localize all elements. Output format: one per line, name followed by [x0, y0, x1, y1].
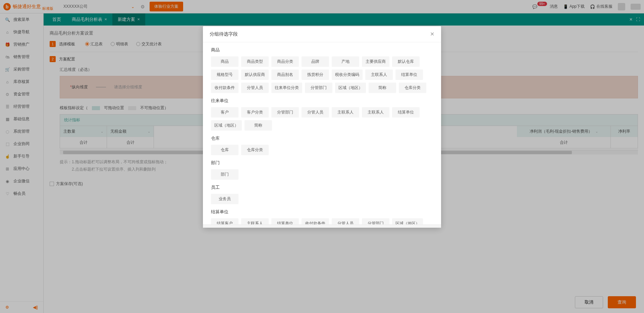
field-tag[interactable]: 规格型号: [211, 70, 238, 80]
group-title: 商品: [211, 47, 433, 53]
field-tag[interactable]: 仓库分类: [241, 145, 269, 155]
field-tag[interactable]: 简称: [245, 120, 272, 131]
field-tag[interactable]: 客户分类: [241, 107, 269, 118]
field-tag[interactable]: 区域（地区）: [392, 218, 423, 224]
field-tag[interactable]: 主联系人: [241, 218, 269, 224]
field-tag[interactable]: 默认供应商: [241, 70, 269, 80]
field-tag[interactable]: 主联系人: [332, 107, 359, 118]
field-tag[interactable]: 结算单位: [395, 70, 423, 80]
group-title: 结算单位: [211, 209, 433, 215]
field-tag[interactable]: 仓库: [211, 145, 238, 155]
field-tag[interactable]: 主要供应商: [362, 56, 389, 67]
modal-close-icon[interactable]: ✕: [430, 31, 434, 37]
field-tag[interactable]: 主联系人: [362, 107, 389, 118]
field-select-modal: 分组待选字段 ✕ 商品商品商品类型商品分类品牌产地主要供应商默认仓库规格型号默认…: [203, 26, 441, 228]
group-title: 往来单位: [211, 98, 433, 104]
field-group: 结算单位结算客户主联系人结算单位收付款条件分管人员分管部门区域（地区）简称: [211, 209, 433, 224]
modal-header: 分组待选字段 ✕: [203, 26, 441, 42]
field-tag[interactable]: 商品别名: [271, 70, 299, 80]
field-group: 商品商品商品类型商品分类品牌产地主要供应商默认仓库规格型号默认供应商商品别名拣货…: [211, 47, 433, 93]
field-tag[interactable]: 默认仓库: [392, 56, 420, 67]
field-tag[interactable]: 商品类型: [241, 56, 269, 67]
modal-overlay: 分组待选字段 ✕ 商品商品商品类型商品分类品牌产地主要供应商默认仓库规格型号默认…: [0, 0, 644, 313]
group-title: 员工: [211, 184, 433, 190]
field-tag[interactable]: 结算单位: [392, 107, 420, 118]
group-title: 部门: [211, 160, 433, 166]
field-group: 仓库仓库仓库分类: [211, 135, 433, 155]
field-tag[interactable]: 简称: [369, 83, 396, 93]
field-tag[interactable]: 分管部门: [362, 218, 389, 224]
field-tag[interactable]: 商品分类: [271, 56, 299, 67]
field-tag[interactable]: 结算客户: [211, 218, 238, 224]
field-tag[interactable]: 产地: [332, 56, 359, 67]
field-tag[interactable]: 分管人员: [241, 83, 269, 93]
modal-body: 商品商品商品类型商品分类品牌产地主要供应商默认仓库规格型号默认供应商商品别名拣货…: [203, 42, 441, 224]
field-tag[interactable]: 客户: [211, 107, 238, 118]
field-tag[interactable]: 收付款条件: [302, 218, 329, 224]
field-tag[interactable]: 税收分类编码: [332, 70, 363, 80]
field-tag[interactable]: 拣货积分: [302, 70, 329, 80]
field-tag[interactable]: 分管部门: [305, 83, 332, 93]
field-tag[interactable]: 收付款条件: [211, 83, 238, 93]
field-tag[interactable]: 分管人员: [302, 107, 329, 118]
field-tag[interactable]: 结算单位: [271, 218, 299, 224]
field-tag[interactable]: 仓库分类: [399, 83, 426, 93]
field-tag[interactable]: 业务员: [211, 194, 238, 204]
field-tag[interactable]: 往来单位分类: [271, 83, 302, 93]
field-tag[interactable]: 区域（地区）: [211, 120, 242, 131]
modal-hscroll[interactable]: [203, 224, 441, 228]
field-group: 往来单位客户客户分类分管部门分管人员主联系人主联系人结算单位区域（地区）简称: [211, 98, 433, 131]
field-tag[interactable]: 分管人员: [332, 218, 359, 224]
field-tag[interactable]: 主联系人: [365, 70, 393, 80]
field-group: 员工业务员: [211, 184, 433, 204]
field-tag[interactable]: 区域（地区）: [335, 83, 366, 93]
field-tag[interactable]: 商品: [211, 56, 238, 67]
field-tag[interactable]: 品牌: [302, 56, 329, 67]
field-tag[interactable]: 分管部门: [271, 107, 299, 118]
field-group: 部门部门: [211, 160, 433, 180]
field-tag[interactable]: 部门: [211, 169, 238, 180]
group-title: 仓库: [211, 135, 433, 141]
modal-title: 分组待选字段: [210, 31, 238, 37]
